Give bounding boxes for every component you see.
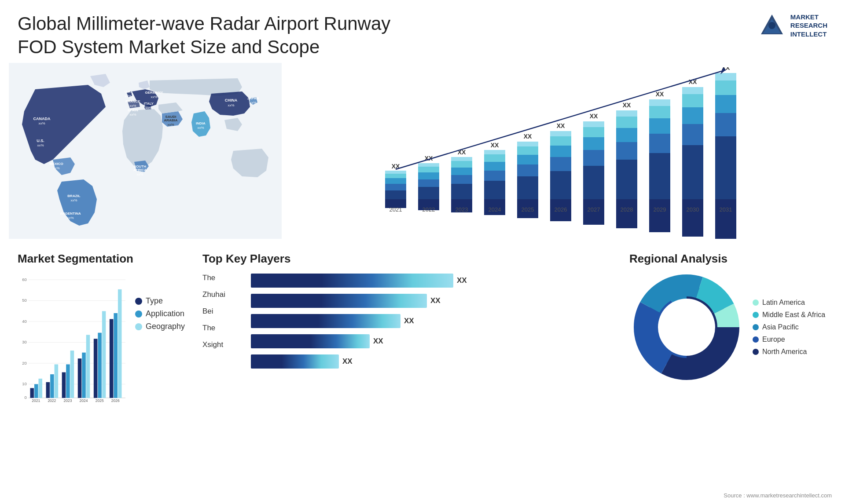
player-bar-label-1: XX xyxy=(430,296,441,305)
svg-rect-110 xyxy=(682,124,703,145)
legend-text-latin: Latin America xyxy=(762,299,805,307)
player-bar-label-3: XX xyxy=(373,337,383,346)
svg-text:2021: 2021 xyxy=(32,398,40,403)
svg-text:xx%: xx% xyxy=(145,106,152,110)
legend-dot-geography xyxy=(135,323,142,330)
player-bar-row-0: XX xyxy=(251,274,616,288)
svg-rect-71 xyxy=(517,155,538,164)
svg-text:2022: 2022 xyxy=(422,206,435,213)
legend-text-north-america: North America xyxy=(762,348,807,356)
svg-text:BRAZIL: BRAZIL xyxy=(67,194,80,198)
player-bar-3 xyxy=(251,334,370,348)
svg-rect-94 xyxy=(616,142,637,160)
svg-rect-113 xyxy=(682,87,703,94)
player-bar-4 xyxy=(251,354,339,369)
bar-chart-section: XX 2021 XX 2022 XX 2023 xyxy=(282,63,836,248)
svg-text:CHINA: CHINA xyxy=(225,98,238,102)
legend-label-type: Type xyxy=(146,296,163,306)
svg-rect-102 xyxy=(649,134,670,153)
svg-rect-156 xyxy=(94,339,98,398)
svg-rect-145 xyxy=(50,374,54,398)
player-name-2: Bei xyxy=(202,307,238,316)
svg-rect-119 xyxy=(715,95,736,113)
bottom-row: Market Segmentation 60 50 40 30 20 10 0 xyxy=(0,248,845,494)
svg-rect-142 xyxy=(38,379,42,398)
page-title: Global Millimeter-wave Radar Airport Run… xyxy=(18,12,414,58)
svg-rect-140 xyxy=(30,388,34,398)
svg-text:2026: 2026 xyxy=(555,206,567,213)
legend-color-mea xyxy=(753,312,759,318)
svg-text:xx%: xx% xyxy=(151,95,157,99)
svg-text:ARGENTINA: ARGENTINA xyxy=(60,212,81,215)
svg-rect-146 xyxy=(55,364,59,398)
player-bar-0 xyxy=(251,274,453,288)
svg-text:XX: XX xyxy=(656,91,664,98)
player-name-3: The xyxy=(202,324,238,332)
donut-legend: Latin America Middle East & Africa Asia … xyxy=(753,299,825,356)
svg-rect-81 xyxy=(550,131,571,136)
segmentation-chart: 60 50 40 30 20 10 0 xyxy=(18,270,126,406)
segmentation-section: Market Segmentation 60 50 40 30 20 10 0 xyxy=(9,252,194,494)
svg-text:40: 40 xyxy=(22,319,27,324)
svg-text:2021: 2021 xyxy=(389,206,402,213)
player-bar-row-4: XX xyxy=(251,354,616,369)
svg-rect-95 xyxy=(616,128,637,142)
svg-rect-97 xyxy=(616,110,637,117)
player-bar-row-3: XX xyxy=(251,334,616,348)
svg-rect-79 xyxy=(550,146,571,157)
logo-text: MARKET RESEARCH INTELLECT xyxy=(790,13,827,39)
svg-text:xx%: xx% xyxy=(129,113,136,117)
growth-bar-chart: XX 2021 XX 2022 XX 2023 xyxy=(290,67,823,239)
logo-icon xyxy=(759,12,785,39)
svg-text:xx%: xx% xyxy=(197,126,204,130)
svg-text:xx%: xx% xyxy=(38,121,45,125)
svg-rect-40 xyxy=(385,174,406,178)
svg-text:xx%: xx% xyxy=(67,216,73,220)
svg-rect-162 xyxy=(118,289,122,398)
player-bar-2 xyxy=(251,314,400,328)
legend-color-latin xyxy=(753,299,759,306)
legend-asia-pacific: Asia Pacific xyxy=(753,323,825,331)
svg-rect-69 xyxy=(517,176,538,199)
svg-text:20: 20 xyxy=(22,361,27,365)
player-bar-1 xyxy=(251,294,427,308)
svg-rect-85 xyxy=(583,166,604,199)
legend-label-geography: Geography xyxy=(146,322,185,331)
svg-rect-144 xyxy=(46,382,50,398)
svg-text:XX: XX xyxy=(491,142,499,149)
svg-rect-109 xyxy=(682,145,703,199)
svg-rect-152 xyxy=(78,358,82,398)
svg-rect-111 xyxy=(682,107,703,124)
svg-rect-38 xyxy=(385,184,406,190)
svg-rect-120 xyxy=(715,80,736,95)
svg-text:0: 0 xyxy=(25,395,27,400)
svg-text:2027: 2027 xyxy=(588,206,600,213)
legend-text-mea: Middle East & Africa xyxy=(762,311,825,319)
legend-item-application: Application xyxy=(135,309,185,318)
legend-label-application: Application xyxy=(146,309,184,318)
svg-rect-89 xyxy=(583,121,604,127)
svg-rect-64 xyxy=(484,154,505,162)
svg-text:2025: 2025 xyxy=(522,206,534,213)
svg-rect-61 xyxy=(484,181,505,199)
segmentation-legend: Type Application Geography xyxy=(135,296,185,335)
legend-north-america: North America xyxy=(753,348,825,356)
svg-text:U.K.: U.K. xyxy=(125,90,132,94)
svg-rect-86 xyxy=(583,150,604,166)
legend-mea: Middle East & Africa xyxy=(753,311,825,319)
svg-text:2028: 2028 xyxy=(621,206,633,213)
world-map-svg: CANADA xx% U.S. xx% MEXICO xx% BRAZIL xx… xyxy=(9,63,282,239)
svg-text:XX: XX xyxy=(590,113,598,120)
svg-rect-48 xyxy=(418,167,439,172)
player-name-4: Xsight xyxy=(202,340,238,349)
svg-text:XX: XX xyxy=(524,133,532,140)
player-bar-row-2: XX xyxy=(251,314,616,328)
svg-text:GERMANY: GERMANY xyxy=(145,91,164,95)
svg-rect-161 xyxy=(114,313,118,398)
svg-text:xx%: xx% xyxy=(37,143,44,147)
legend-item-geography: Geography xyxy=(135,322,185,331)
svg-text:XX: XX xyxy=(623,102,631,109)
svg-text:xx%: xx% xyxy=(125,94,131,98)
svg-rect-57 xyxy=(451,157,472,161)
svg-text:XX: XX xyxy=(557,122,565,129)
